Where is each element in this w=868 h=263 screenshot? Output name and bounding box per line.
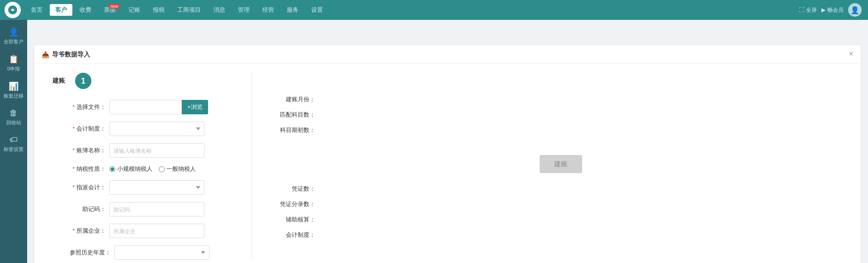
build-button[interactable]: 建账 — [540, 155, 582, 173]
sidebar-item-all-customers[interactable]: 👤 全部客户 — [1, 23, 26, 49]
accounting-system-label: * 会计制度： — [70, 125, 106, 133]
fullscreen-icon: ⛶ — [799, 7, 804, 13]
avatar[interactable]: 👤 — [848, 3, 862, 17]
membership-button[interactable]: ▶ 畅会员 — [821, 6, 844, 14]
tax-type-radio-group: 小规模纳税人 一般纳税人 — [109, 165, 196, 173]
main-content: 📥 导爷数据导入 × 建账 1 * 选择文件： — [27, 20, 868, 263]
build-month-row: 建账月份： — [275, 95, 847, 103]
nav-right: ⛶ 全屏 ▶ 畅会员 👤 — [799, 3, 868, 17]
user-icon: 👤 — [9, 27, 19, 37]
close-button[interactable]: × — [849, 50, 854, 58]
ref-history-row: 参照历史年度： — [70, 245, 247, 260]
assign-accountant-label: * 指派会计： — [70, 183, 106, 192]
ledger-name-row: * 账簿名称： — [70, 143, 247, 158]
auxiliary-row: 辅助核算： — [275, 216, 847, 224]
voucher-count-label: 凭证数： — [275, 185, 315, 193]
nav-item-home[interactable]: 首页 — [25, 4, 48, 16]
memo-label: 助记码： — [70, 205, 106, 213]
app-logo[interactable] — [5, 2, 21, 18]
tag-icon: 🏷 — [9, 135, 18, 145]
build-month-label: 建账月份： — [275, 95, 315, 103]
nav-item-admin[interactable]: 管理 — [232, 4, 255, 16]
tax-small-label[interactable]: 小规模纳税人 — [109, 165, 152, 173]
accounting-system2-label: 会计制度： — [275, 231, 315, 239]
vertical-divider — [251, 73, 252, 260]
step-circle: 1 — [75, 73, 91, 89]
fullscreen-button[interactable]: ⛶ 全屏 — [799, 6, 817, 14]
nav-item-message[interactable]: 消息 — [208, 4, 231, 16]
initial-period-label: 科目期初数： — [275, 126, 315, 134]
file-input[interactable] — [109, 100, 182, 114]
declaration-icon: 📋 — [9, 54, 19, 64]
tax-small-radio[interactable] — [109, 166, 115, 172]
import-icon: 📥 — [42, 51, 49, 58]
ref-history-label: 参照历史年度： — [70, 249, 111, 257]
voucher-entries-row: 凭证分录数： — [275, 200, 847, 208]
nav-item-customer[interactable]: 客户 — [50, 4, 72, 16]
new-badge: new — [109, 4, 119, 9]
voucher-entries-label: 凭证分录数： — [275, 200, 315, 208]
form-right: 建账月份： 匹配科目数： 科目期初数： 建账 凭证数： 凭证分录数： — [256, 73, 847, 260]
memo-row: 助记码： — [70, 202, 247, 216]
nav-item-settings[interactable]: 设置 — [306, 4, 328, 16]
modal-title: 导爷数据导入 — [52, 51, 90, 59]
browse-button[interactable]: +浏览 — [182, 100, 208, 114]
match-subjects-row: 匹配科目数： — [275, 111, 847, 119]
sidebar-item-tags[interactable]: 🏷 标签设置 — [1, 132, 26, 156]
recycle-icon: 🗑 — [9, 108, 18, 118]
nav-item-ledger[interactable]: 记账 — [123, 4, 146, 16]
initial-period-row: 科目期初数： — [275, 126, 847, 134]
form-body: 建账 1 * 选择文件： +浏览 — [34, 64, 861, 263]
nav-item-finance[interactable]: 经营 — [257, 4, 280, 16]
tax-type-row: * 纳税性质： 小规模纳税人 一般纳税人 — [70, 165, 247, 173]
ref-history-select[interactable] — [114, 245, 209, 260]
file-select-label: * 选择文件： — [70, 103, 106, 111]
accounting-system2-row: 会计制度： — [275, 231, 847, 239]
voucher-count-row: 凭证数： — [275, 185, 847, 193]
step-header: 建账 1 — [48, 73, 247, 89]
file-input-group: +浏览 — [109, 100, 208, 114]
memo-input[interactable] — [109, 202, 204, 216]
form-left: 建账 1 * 选择文件： +浏览 — [48, 73, 247, 260]
ledger-name-label: * 账簿名称： — [70, 146, 106, 155]
card-header: 📥 导爷数据导入 — [34, 45, 861, 64]
nav-item-invoice[interactable]: 票据 new — [99, 4, 121, 16]
nav-item-tax[interactable]: 报税 — [147, 4, 170, 16]
play-icon: ▶ — [821, 7, 825, 13]
owner-company-label: * 所属企业： — [70, 227, 106, 235]
owner-company-row: * 所属企业： — [70, 224, 247, 238]
accounting-system-row: * 会计制度： — [70, 122, 247, 136]
nav-item-service[interactable]: 服务 — [281, 4, 304, 16]
tax-general-label[interactable]: 一般纳税人 — [159, 165, 196, 173]
migration-icon: 📊 — [9, 81, 19, 91]
nav-items: 首页 客户 收费 票据 new 记账 报税 工商项目 消息 管理 经营 服务 设… — [25, 4, 799, 16]
ledger-name-input[interactable] — [109, 143, 204, 158]
accounting-system-select[interactable] — [109, 122, 204, 136]
owner-company-input[interactable] — [109, 224, 204, 238]
match-subjects-label: 匹配科目数： — [275, 111, 315, 119]
file-select-row: * 选择文件： +浏览 — [70, 100, 247, 114]
modal-card: 📥 导爷数据导入 × 建账 1 * 选择文件： — [34, 45, 861, 263]
sidebar-item-recycle[interactable]: 🗑 回收站 — [1, 105, 26, 130]
assign-accountant-select[interactable] — [109, 180, 204, 195]
nav-item-business[interactable]: 工商项目 — [172, 4, 206, 16]
sidebar: 👤 全部客户 📋 0申报 📊 账套迁移 🗑 回收站 🏷 标签设置 — [0, 20, 27, 263]
auxiliary-label: 辅助核算： — [275, 216, 315, 224]
nav-item-billing[interactable]: 收费 — [74, 4, 97, 16]
sidebar-item-migration[interactable]: 📊 账套迁移 — [1, 78, 26, 103]
top-navigation: 首页 客户 收费 票据 new 记账 报税 工商项目 消息 管理 经营 服务 设… — [0, 0, 868, 20]
sidebar-item-declaration[interactable]: 📋 0申报 — [1, 51, 26, 76]
assign-accountant-row: * 指派会计： — [70, 180, 247, 195]
tax-type-label: * 纳税性质： — [70, 165, 106, 173]
tax-general-radio[interactable] — [159, 166, 165, 172]
step-label-text: 建账 — [52, 77, 65, 85]
